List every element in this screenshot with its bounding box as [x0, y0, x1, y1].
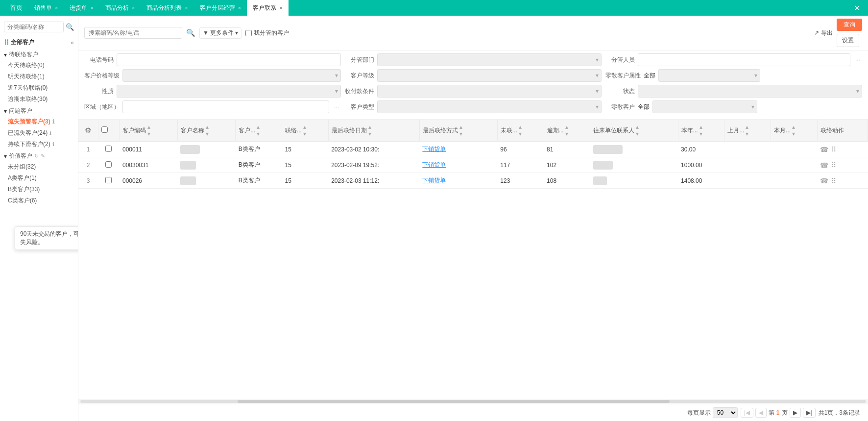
- refresh-icon[interactable]: ↻: [34, 153, 39, 159]
- price-grade-select[interactable]: [122, 69, 341, 82]
- customer-grade-select[interactable]: [377, 69, 602, 82]
- tab-product-list[interactable]: 商品分析列表 ×: [141, 0, 193, 16]
- sort-unit[interactable]: ▴▾: [636, 124, 639, 137]
- settings-button[interactable]: 设置: [837, 34, 859, 47]
- sidebar-group-value[interactable]: ▾ 价值客户 ↻ ✎: [0, 150, 78, 161]
- row2-method-link[interactable]: 下销货单: [422, 161, 446, 168]
- sort-last-method[interactable]: ▴▾: [459, 124, 462, 137]
- row3-actions: ☎ ⠿: [817, 173, 868, 189]
- row1-check[interactable]: [105, 146, 112, 152]
- close-purchase-tab[interactable]: ×: [90, 5, 93, 11]
- sidebar-all-customers[interactable]: ⠿ 全部客户 «: [0, 36, 78, 49]
- lingsan-attr-select[interactable]: [658, 69, 760, 82]
- sort-last-month[interactable]: ▴▾: [746, 124, 748, 137]
- row1-contact-icon[interactable]: ☎: [820, 146, 828, 153]
- dept-select[interactable]: [377, 53, 602, 66]
- close-product-analysis-tab[interactable]: ×: [132, 5, 135, 11]
- search-input[interactable]: [84, 27, 182, 39]
- more-conditions-button[interactable]: ▼ 更多条件 ▾: [199, 27, 241, 39]
- gear-button[interactable]: ⚙: [83, 125, 93, 136]
- row3-method-link[interactable]: 下销货单: [422, 177, 446, 184]
- my-customers-label[interactable]: 我分管的客户: [245, 29, 289, 37]
- home-tab[interactable]: 首页: [4, 0, 28, 16]
- sidebar-item-churn-warning[interactable]: 流失预警客户(3) ℹ: [0, 116, 78, 127]
- query-button[interactable]: 查询: [837, 19, 862, 31]
- sort-this-month[interactable]: ▴▾: [792, 124, 795, 137]
- region-more-icon[interactable]: ···: [332, 103, 341, 110]
- sidebar-item-7days-pending[interactable]: 近7天待联络(0): [0, 82, 78, 94]
- sidebar-item-c-class[interactable]: C类客户(6): [0, 195, 78, 206]
- region-input[interactable]: [122, 100, 329, 113]
- gender-select[interactable]: [117, 85, 341, 98]
- sort-last-date[interactable]: ▴▾: [368, 124, 371, 137]
- tab-customer-segment[interactable]: 客户分层经营 ×: [194, 0, 247, 16]
- sort-type[interactable]: ▴▾: [257, 124, 260, 137]
- sidebar-item-tomorrow-pending[interactable]: 明天待联络(1): [0, 71, 78, 82]
- sidebar-item-b-class[interactable]: B类客户(33): [0, 184, 78, 195]
- sort-unl[interactable]: ▴▾: [519, 124, 522, 137]
- row2-contact-icon[interactable]: ☎: [820, 161, 828, 169]
- sort-code[interactable]: ▴▾: [147, 124, 150, 137]
- sidebar-group-pending[interactable]: ▾ 待联络客户: [0, 49, 78, 60]
- row1-more-icon[interactable]: ⠿: [831, 146, 836, 153]
- export-button[interactable]: ↗ 导出: [814, 29, 833, 37]
- sidebar-search-input[interactable]: [4, 22, 64, 32]
- row2-more-icon[interactable]: ⠿: [831, 161, 836, 169]
- col-unit-contacts: 往来单位联系人 ▴▾: [590, 120, 678, 142]
- sort-name[interactable]: ▴▾: [206, 124, 209, 137]
- prev-page-button[interactable]: ◀: [755, 408, 767, 418]
- sidebar-search-icon[interactable]: 🔍: [66, 23, 74, 31]
- sidebar-item-declining[interactable]: 持续下滑客户(2) ℹ: [0, 139, 78, 150]
- scrollbar-thumb[interactable]: [238, 400, 670, 403]
- person-more-icon[interactable]: ···: [853, 56, 862, 63]
- sort-year[interactable]: ▴▾: [699, 124, 702, 137]
- tab-customer-contact[interactable]: 客户联系 ×: [247, 0, 288, 16]
- sidebar-item-overdue-pending[interactable]: 逾期未联络(30): [0, 94, 78, 105]
- status-select-wrapper: [638, 85, 862, 98]
- lingsan-customer-select[interactable]: [652, 100, 757, 113]
- row3-last-method: 下销货单: [419, 173, 497, 189]
- grid-icon: ⠿: [4, 39, 9, 47]
- search-button[interactable]: 🔍: [186, 28, 195, 37]
- sidebar-item-churned[interactable]: 已流失客户(24) ℹ: [0, 127, 78, 139]
- sidebar-item-a-class[interactable]: A类客户(1): [0, 173, 78, 184]
- sidebar-item-ungrouped[interactable]: 未分组(32): [0, 161, 78, 173]
- payment-select[interactable]: [377, 85, 602, 98]
- 7days-pending-label: 近7天待联络(0): [8, 84, 48, 92]
- close-product-list-tab[interactable]: ×: [185, 5, 188, 11]
- tab-purchase[interactable]: 进货单 ×: [64, 0, 99, 16]
- row3-more-icon[interactable]: ⠿: [831, 177, 836, 185]
- row3-contact-icon[interactable]: ☎: [820, 177, 828, 185]
- my-customers-checkbox[interactable]: [245, 30, 252, 36]
- tab-sales[interactable]: 销售单 ×: [28, 0, 64, 16]
- last-page-button[interactable]: ▶|: [803, 408, 816, 418]
- select-all-checkbox[interactable]: [101, 126, 108, 133]
- close-all-button[interactable]: ✕: [850, 3, 864, 13]
- row3-check[interactable]: [105, 177, 112, 183]
- edit-icon[interactable]: ✎: [41, 153, 45, 159]
- sidebar-group-problem[interactable]: ▾ 问题客户: [0, 105, 78, 116]
- close-customer-contact-tab[interactable]: ×: [279, 5, 282, 11]
- sidebar: 🔍 ⠿ 全部客户 « ▾ 待联络客户 今天待联络(0) 明天待联络(1) 近7天…: [0, 16, 78, 421]
- next-page-button[interactable]: ▶: [790, 408, 801, 418]
- close-customer-segment-tab[interactable]: ×: [238, 5, 241, 11]
- customer-type-select[interactable]: [377, 100, 602, 113]
- row1-method-link[interactable]: 下销货单: [422, 146, 446, 152]
- sort-contact[interactable]: ▴▾: [303, 124, 306, 137]
- first-page-button[interactable]: |◀: [741, 408, 753, 418]
- row1-actions: ☎ ⠿: [817, 142, 868, 157]
- phone-input[interactable]: [117, 53, 341, 66]
- horizontal-scrollbar[interactable]: [78, 399, 868, 404]
- per-page-select[interactable]: 50 10 20 100: [713, 407, 738, 418]
- person-input[interactable]: [638, 53, 850, 66]
- row3-overdue: 108: [544, 173, 590, 189]
- declining-label: 持续下滑客户(2): [8, 140, 50, 149]
- arrow-problem: ▾: [4, 108, 7, 115]
- row2-check[interactable]: [105, 161, 112, 168]
- close-sales-tab[interactable]: ×: [55, 5, 58, 11]
- sidebar-item-today-pending[interactable]: 今天待联络(0): [0, 60, 78, 71]
- row1-last-date: 2023-03-02 10:30:: [328, 142, 419, 157]
- sort-overdue[interactable]: ▴▾: [565, 124, 568, 137]
- status-select[interactable]: [638, 85, 862, 98]
- tab-product-analysis[interactable]: 商品分析 ×: [99, 0, 141, 16]
